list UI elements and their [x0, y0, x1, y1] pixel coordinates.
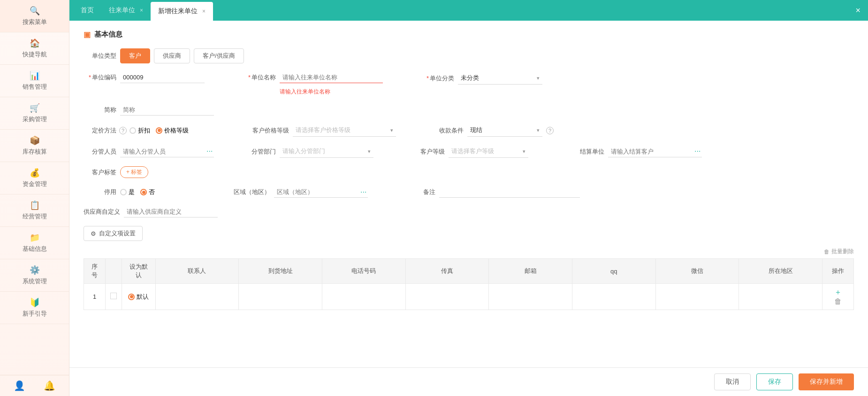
settlement-unit-group: 结算单位 ··· — [571, 146, 854, 157]
department-label: 分管部门 — [243, 148, 276, 156]
phone-input[interactable] — [327, 293, 401, 300]
payment-terms-select[interactable]: 现结 ▾ — [467, 124, 542, 137]
customer-tag-label: 客户标签 — [84, 168, 116, 177]
delete-row-button[interactable]: 🗑 — [834, 297, 842, 305]
row-phone[interactable] — [322, 284, 405, 310]
region-input[interactable] — [274, 186, 358, 197]
region-more-btn[interactable]: ··· — [358, 188, 368, 196]
section-title-basic: ▣ 基本信息 — [84, 30, 854, 39]
radio-price-level-label: 价格等级 — [164, 126, 189, 135]
pricing-help-icon[interactable]: ? — [119, 127, 127, 134]
sidebar-item-finance[interactable]: 💰 资金管理 — [0, 162, 69, 194]
row-email[interactable] — [489, 284, 572, 310]
search-icon: 🔍 — [30, 6, 40, 16]
manager-more-btn[interactable]: ··· — [205, 147, 214, 155]
radio-no-circle — [140, 189, 147, 195]
row-qq[interactable] — [572, 284, 655, 310]
row-wechat[interactable] — [655, 284, 739, 310]
sidebar-item-inventory[interactable]: 📦 库存核算 — [0, 130, 69, 162]
window-close-button[interactable]: × — [852, 6, 864, 16]
delete-icon: 🗑 — [824, 248, 830, 255]
department-select[interactable]: 请输入分管部门 ▾ — [280, 145, 373, 158]
tab-label: 首页 — [81, 6, 94, 15]
sidebar-item-operations[interactable]: 📋 经营管理 — [0, 194, 69, 227]
radio-yes[interactable]: 是 — [120, 188, 135, 196]
unit-code-group: *单位编码 — [84, 72, 243, 83]
sidebar-item-sales[interactable]: 📊 销售管理 — [0, 65, 69, 97]
radio-discount[interactable]: 折扣 — [129, 126, 150, 135]
user-icon[interactable]: 👤 — [14, 380, 25, 391]
fax-input[interactable] — [411, 293, 484, 300]
row-default-radio[interactable]: 默认 — [127, 293, 150, 301]
btn-customer[interactable]: 客户 — [120, 48, 150, 63]
col-seq: 序号 — [84, 259, 106, 284]
radio-price-level-circle — [156, 127, 162, 134]
chevron-down-icon: ▾ — [390, 127, 393, 133]
unit-category-select[interactable]: 未分类 ▾ — [458, 72, 542, 85]
radio-price-level[interactable]: 价格等级 — [156, 126, 189, 135]
add-row-button[interactable]: ＋ — [834, 288, 842, 296]
row-contact[interactable] — [155, 284, 239, 310]
unit-name-input[interactable] — [280, 72, 383, 83]
bell-icon[interactable]: 🔔 — [44, 380, 55, 391]
col-wechat: 微信 — [655, 259, 739, 284]
row-address[interactable] — [239, 284, 322, 310]
sidebar-item-guide[interactable]: 🔰 新手引导 — [0, 292, 69, 324]
pricing-method-label: 定价方法 — [84, 126, 116, 135]
payment-terms-label: 收款条件 — [431, 126, 464, 135]
cancel-button[interactable]: 取消 — [714, 373, 751, 390]
row-location[interactable] — [739, 284, 822, 310]
payment-help-icon[interactable]: ? — [546, 127, 554, 134]
tab-partners[interactable]: 往来单位 × — [101, 0, 151, 21]
sidebar-item-search[interactable]: 🔍 搜索菜单 — [0, 0, 69, 32]
batch-delete-button[interactable]: 🗑 批量删除 — [824, 248, 854, 256]
email-input[interactable] — [494, 293, 567, 300]
col-qq: qq — [572, 259, 655, 284]
radio-no[interactable]: 否 — [140, 188, 155, 196]
col-email: 邮箱 — [489, 259, 572, 284]
chevron-down-icon: ▾ — [523, 148, 525, 155]
manager-label: 分管人员 — [84, 148, 116, 156]
tab-close-partners[interactable]: × — [140, 7, 143, 14]
custom-settings-button[interactable]: ⚙ 自定义项设置 — [84, 226, 143, 241]
tab-label: 新增往来单位 — [158, 7, 198, 16]
qq-input[interactable] — [577, 293, 651, 300]
chevron-down-icon: ▾ — [537, 127, 540, 133]
settlement-unit-input[interactable] — [608, 146, 693, 157]
sidebar-item-purchase[interactable]: 🛒 采购管理 — [0, 97, 69, 130]
add-tag-button[interactable]: + 标签 — [120, 166, 148, 178]
short-name-input[interactable] — [120, 104, 214, 116]
sidebar-item-quicknav[interactable]: 🏠 快捷导航 — [0, 32, 69, 65]
save-and-new-button[interactable]: 保存并新增 — [799, 373, 854, 390]
sidebar-item-system[interactable]: ⚙️ 系统管理 — [0, 259, 69, 292]
btn-supplier[interactable]: 供应商 — [154, 48, 190, 63]
remark-input[interactable] — [439, 186, 580, 198]
customer-price-level-label: 客户价格等级 — [252, 126, 289, 135]
unit-name-error: 请输入往来单位名称 — [280, 88, 330, 96]
settlement-more-btn[interactable]: ··· — [693, 147, 702, 155]
unit-category-group: *单位分类 未分类 ▾ — [421, 72, 581, 85]
sidebar-item-basic[interactable]: 📁 基础信息 — [0, 227, 69, 259]
row-checkbox-cell[interactable] — [106, 284, 122, 310]
sidebar-item-label: 新手引导 — [23, 310, 47, 318]
save-button[interactable]: 保存 — [756, 373, 793, 390]
contact-input[interactable] — [160, 293, 234, 300]
row-fax[interactable] — [405, 284, 489, 310]
customer-level-label: 客户等级 — [412, 148, 445, 156]
btn-customer-supplier[interactable]: 客户/供应商 — [194, 48, 244, 63]
wechat-input[interactable] — [661, 293, 734, 300]
tab-home[interactable]: 首页 — [73, 0, 101, 21]
row-checkbox[interactable] — [110, 293, 117, 299]
customer-level-select[interactable]: 请选择客户等级 ▾ — [449, 145, 528, 158]
radio-yes-label: 是 — [129, 188, 135, 196]
unit-code-input[interactable] — [120, 72, 205, 83]
location-input[interactable] — [744, 293, 817, 300]
supplier-custom-input[interactable] — [124, 206, 218, 217]
tab-new-partner[interactable]: 新增往来单位 × — [151, 2, 213, 21]
region-input-wrapper: ··· — [274, 186, 368, 198]
tab-close-new-partner[interactable]: × — [202, 8, 206, 15]
manager-input[interactable] — [120, 146, 205, 157]
customer-price-level-select[interactable]: 请选择客户价格等级 ▾ — [293, 124, 396, 137]
address-input[interactable] — [244, 293, 317, 300]
radio-no-label: 否 — [149, 188, 155, 196]
